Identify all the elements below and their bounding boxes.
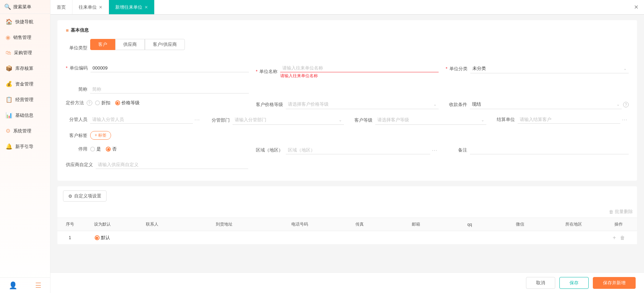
home-icon: 🏠 (6, 18, 13, 25)
main-area: 首页 往来单位 ✕ 新增往来单位 ✕ ✕ ■ 基本信息 单位类型 客户 供应商 (50, 0, 644, 293)
disabled-field: 停用 是 否 (66, 146, 249, 152)
td-qq (446, 231, 493, 245)
unit-type-supplier[interactable]: 供应商 (115, 39, 145, 50)
sidebar-bottom: 👤 ☰ (0, 277, 50, 293)
add-tag-btn[interactable]: + 标签 (90, 131, 111, 140)
payment-help-icon[interactable]: ? (623, 102, 629, 107)
abbr-field: 简称 (66, 85, 249, 93)
payment-field: 收款条件 现结 ⌄ ? (446, 100, 629, 109)
required-star: * (66, 65, 68, 71)
abbr-label: 简称 (66, 86, 90, 92)
batch-delete-btn[interactable]: 🗑 批量删除 (609, 209, 633, 215)
manager-dots-btn[interactable]: ⋯ (193, 116, 201, 123)
form-row-5: 客户标签 + 标签 (66, 131, 629, 140)
sidebar-item-basic-info[interactable]: 📊 基础信息 (0, 107, 50, 123)
sidebar-item-label: 采购管理 (14, 50, 32, 56)
disabled-no[interactable]: 否 (106, 146, 117, 152)
chevron-down-icon: ⌄ (623, 66, 627, 71)
tab-contacts-close[interactable]: ✕ (99, 5, 102, 10)
disabled-no-label: 否 (112, 146, 117, 152)
sidebar-item-finance[interactable]: 💰 资金管理 (0, 76, 50, 92)
pricing-help-icon[interactable]: ? (87, 100, 92, 106)
batch-delete-label: 批量删除 (615, 209, 633, 215)
unit-category-field: * 单位分类 未分类 ⌄ (446, 64, 629, 73)
form-row-1: * 单位编码 * 单位名称 请输入往来单位名称 (66, 64, 629, 79)
save-button[interactable]: 保存 (559, 277, 589, 289)
row-address-input[interactable] (203, 235, 245, 241)
unit-type-group: 客户 供应商 客户/供应商 (90, 39, 185, 50)
sidebar-item-purchase[interactable]: 🛍 采购管理 (0, 45, 50, 60)
region-label: 区域（地区） (256, 147, 286, 153)
sidebar-item-label: 资金管理 (15, 81, 33, 87)
unit-type-customer[interactable]: 客户 (90, 39, 115, 50)
supplier-custom-input[interactable] (96, 161, 248, 169)
row-qq-input[interactable] (459, 235, 480, 241)
row-contact-input[interactable] (138, 235, 166, 241)
remark-input[interactable] (470, 146, 629, 154)
sidebar-item-system[interactable]: ⚙ 系统管理 (0, 123, 50, 139)
region-dots-btn[interactable]: ⋯ (430, 147, 439, 154)
pricing-discount[interactable]: 折扣 (95, 100, 110, 106)
manager-input[interactable] (90, 115, 193, 124)
save-new-button[interactable]: 保存并新增 (593, 277, 636, 289)
pricing-discount-label: 折扣 (101, 100, 110, 106)
unit-name-wrapper: 请输入往来单位名称 (280, 64, 439, 79)
sidebar-item-quick-nav[interactable]: 🏠 快捷导航 (0, 14, 50, 30)
td-no: 1 (57, 231, 83, 245)
region-input[interactable] (286, 146, 431, 154)
tab-bar-close-all[interactable]: ✕ (628, 4, 644, 10)
guide-icon: 🔔 (6, 143, 13, 150)
unit-code-field: * 单位编码 (66, 64, 249, 72)
sidebar-item-operations[interactable]: 📋 经营管理 (0, 92, 50, 107)
tab-new-contact-close[interactable]: ✕ (144, 5, 148, 10)
tab-contacts-label: 往来单位 (79, 4, 97, 10)
row-fax-input[interactable] (347, 235, 372, 241)
cancel-button[interactable]: 取消 (526, 277, 555, 289)
disabled-yes-label: 是 (96, 146, 101, 152)
row-wechat-input[interactable] (508, 235, 532, 241)
row-phone-input[interactable] (284, 235, 315, 241)
unit-type-row: 单位类型 客户 供应商 客户/供应商 (66, 39, 629, 57)
row-region-input[interactable] (561, 235, 586, 241)
customer-level-select[interactable]: 请选择客户等级 ⌄ (375, 115, 486, 125)
row-email-input[interactable] (402, 235, 430, 241)
unit-type-both[interactable]: 客户/供应商 (145, 39, 185, 50)
custom-settings-btn[interactable]: ⚙ 自定义项设置 (63, 190, 107, 202)
row-delete-btn[interactable]: 🗑 (619, 234, 626, 241)
sidebar-item-label: 新手引导 (15, 144, 33, 150)
unit-name-input[interactable] (280, 64, 439, 72)
sidebar-item-guide[interactable]: 🔔 新手引导 (0, 139, 50, 154)
sidebar-item-inventory[interactable]: 📦 库存核算 (0, 60, 50, 76)
manager-label: 分管人员 (66, 116, 90, 123)
section-title-text: 基本信息 (71, 27, 89, 33)
form-row-4: 分管人员 ⋯ 分管部门 请输入分管部门 ⌄ 客户等级 请选择客户等级 ⌄ (66, 115, 629, 125)
pricing-price-level[interactable]: 价格等级 (115, 100, 140, 106)
sidebar-search[interactable]: 🔍 搜索菜单 (0, 0, 50, 14)
unit-code-input[interactable] (91, 64, 249, 72)
disabled-yes[interactable]: 是 (90, 146, 101, 152)
row-default-radio[interactable]: 默认 (85, 235, 119, 241)
tab-contacts[interactable]: 往来单位 ✕ (72, 0, 109, 14)
sidebar-item-label: 快捷导航 (15, 19, 33, 25)
th-email: 邮箱 (386, 218, 446, 231)
manager-field: 分管人员 ⋯ (66, 115, 201, 124)
price-level-select[interactable]: 请选择客户价格等级 ⌄ (286, 100, 439, 109)
payment-select[interactable]: 现结 ⌄ (470, 100, 622, 109)
settlement-dots-btn[interactable]: ⋯ (620, 116, 629, 123)
sidebar-bars-icon[interactable]: ☰ (35, 281, 41, 290)
tab-home[interactable]: 首页 (50, 0, 72, 14)
td-contact (122, 231, 182, 245)
pricing-field: 定价方法 ? 折扣 价格等级 (66, 100, 249, 106)
customer-level-chevron-icon: ⌄ (481, 118, 484, 122)
gear-icon: ⚙ (68, 194, 72, 199)
pricing-price-level-label: 价格等级 (121, 100, 140, 106)
price-level-placeholder: 请选择客户价格等级 (288, 101, 434, 107)
dept-select[interactable]: 请输入分管部门 ⌄ (233, 115, 344, 125)
sidebar-user-icon[interactable]: 👤 (9, 281, 17, 290)
sidebar-item-sales[interactable]: ◉ 销售管理 (0, 30, 50, 45)
row-add-btn[interactable]: + (611, 234, 617, 241)
settlement-input[interactable] (518, 115, 620, 124)
tab-new-contact[interactable]: 新增往来单位 ✕ (109, 0, 155, 14)
abbr-input[interactable] (90, 85, 249, 93)
unit-category-select[interactable]: 未分类 ⌄ (470, 64, 629, 73)
